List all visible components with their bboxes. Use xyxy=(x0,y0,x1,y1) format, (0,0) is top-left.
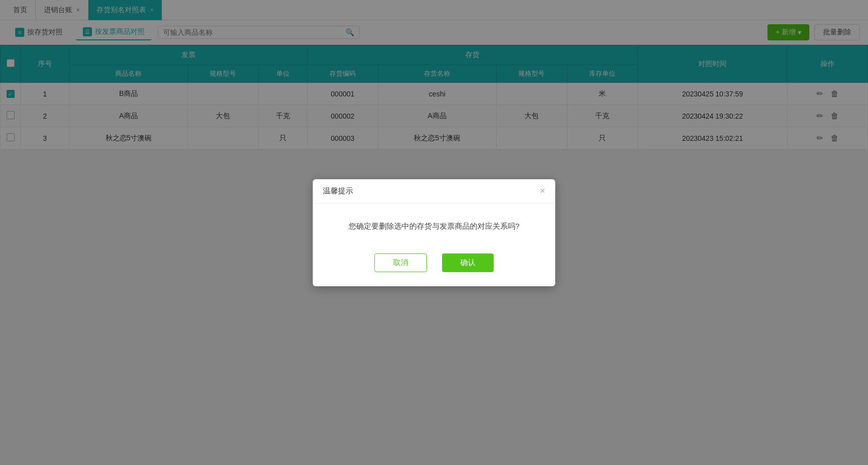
overlay: 温馨提示 × 您确定要删除选中的存货与发票商品的对应关系吗? 取消 确认 xyxy=(0,0,868,149)
